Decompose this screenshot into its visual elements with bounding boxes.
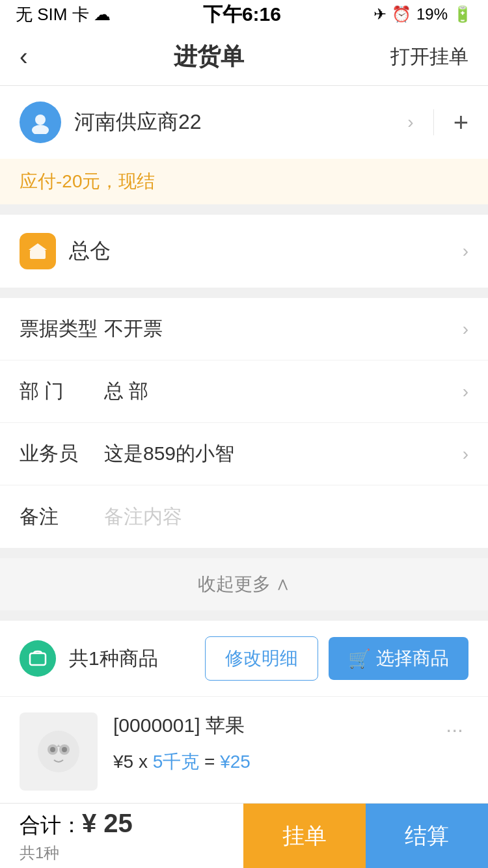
- warehouse-section[interactable]: 总仓 ›: [0, 215, 488, 288]
- supplier-row[interactable]: 河南供应商22 › +: [0, 86, 488, 159]
- select-product-button[interactable]: 🛒 选择商品: [329, 637, 468, 680]
- nav-bar: ‹ 进货单 打开挂单: [0, 29, 488, 86]
- product-item: [0000001] 苹果 ¥5 x 5千克 = ¥25 ···: [0, 697, 488, 806]
- total-section: 合计：¥ 25 共1种: [0, 804, 243, 868]
- invoice-type-value: 不开票: [104, 316, 463, 342]
- add-supplier-button[interactable]: +: [433, 109, 468, 135]
- invoice-type-row[interactable]: 票据类型 不开票 ›: [0, 298, 488, 360]
- status-left: 无 SIM 卡 ☁: [16, 3, 111, 26]
- svg-point-1: [32, 125, 49, 134]
- products-icon: [20, 640, 56, 677]
- supplier-section: 河南供应商22 › + 应付-20元，现结: [0, 86, 488, 204]
- product-info: [0000001] 苹果 ¥5 x 5千克 = ¥25: [113, 712, 441, 774]
- select-product-label: 选择商品: [376, 646, 449, 671]
- status-bar: 无 SIM 卡 ☁ 下午6:16 ✈ ⏰ 19% 🔋: [0, 0, 488, 29]
- svg-rect-2: [30, 250, 46, 259]
- price-prefix: ¥5 x: [113, 752, 153, 772]
- salesperson-value: 这是859的小智: [104, 441, 463, 467]
- remark-row[interactable]: 备注 备注内容: [0, 485, 488, 548]
- supplier-chevron-icon: ›: [407, 112, 413, 133]
- checkout-button[interactable]: 结算: [366, 804, 488, 868]
- warehouse-name: 总仓: [69, 237, 463, 265]
- total-row: 合计：¥ 25: [20, 809, 224, 840]
- total-label: 合计：: [20, 813, 82, 837]
- supplier-avatar: [20, 102, 61, 143]
- collapse-label: 收起更多 ∧: [198, 572, 291, 597]
- department-label: 部 门: [20, 378, 104, 405]
- products-count: 共1种商品: [69, 645, 205, 672]
- product-thumbnail: [20, 712, 98, 791]
- department-row[interactable]: 部 门 总 部 ›: [0, 360, 488, 423]
- svg-point-9: [62, 747, 67, 752]
- form-section: 票据类型 不开票 › 部 门 总 部 › 业务员 这是859的小智 › 备注 备…: [0, 298, 488, 548]
- hang-order-button[interactable]: 挂单: [243, 804, 366, 868]
- remark-input[interactable]: 备注内容: [104, 504, 468, 530]
- status-right: ✈ ⏰ 19% 🔋: [373, 5, 472, 23]
- modify-detail-button[interactable]: 修改明细: [205, 636, 318, 681]
- department-value: 总 部: [104, 378, 463, 405]
- back-button[interactable]: ‹: [20, 43, 28, 71]
- supplier-warning: 应付-20元，现结: [0, 159, 488, 204]
- status-time: 下午6:16: [203, 1, 281, 28]
- svg-point-0: [35, 115, 46, 125]
- select-product-icon: 🛒: [348, 648, 371, 670]
- open-pending-button[interactable]: 打开挂单: [390, 44, 468, 70]
- invoice-type-chevron: ›: [463, 319, 468, 340]
- product-name: [0000001] 苹果: [113, 712, 441, 739]
- svg-marker-3: [29, 243, 47, 250]
- collapse-bar[interactable]: 收起更多 ∧: [0, 558, 488, 610]
- svg-point-8: [50, 747, 55, 752]
- equals-text: =: [199, 752, 220, 772]
- product-price: ¥5 x 5千克 = ¥25: [113, 750, 441, 774]
- product-more-button[interactable]: ···: [441, 712, 468, 747]
- total-value: ¥25: [220, 752, 251, 772]
- quantity-value: 5千克: [153, 752, 200, 772]
- sim-status: 无 SIM 卡 ☁: [16, 3, 111, 26]
- remark-label: 备注: [20, 504, 104, 530]
- svg-point-5: [38, 731, 79, 772]
- total-count: 共1种: [20, 843, 224, 863]
- department-chevron: ›: [463, 381, 468, 402]
- location-icon: ✈: [373, 5, 386, 23]
- invoice-type-label: 票据类型: [20, 316, 104, 342]
- supplier-name: 河南供应商22: [74, 108, 407, 137]
- battery-icon: 🔋: [453, 5, 472, 23]
- warehouse-icon: [20, 233, 56, 269]
- page-title: 进货单: [174, 41, 244, 73]
- total-amount: ¥ 25: [82, 809, 133, 837]
- alarm-icon: ⏰: [392, 5, 411, 23]
- svg-rect-4: [30, 653, 46, 665]
- bottom-bar: 合计：¥ 25 共1种 挂单 结算: [0, 803, 488, 868]
- battery-level: 19%: [416, 5, 448, 23]
- salesperson-chevron: ›: [463, 444, 468, 465]
- products-bar: 共1种商品 修改明细 🛒 选择商品: [0, 621, 488, 696]
- warehouse-chevron-icon: ›: [463, 241, 468, 262]
- salesperson-row[interactable]: 业务员 这是859的小智 ›: [0, 423, 488, 485]
- salesperson-label: 业务员: [20, 441, 104, 467]
